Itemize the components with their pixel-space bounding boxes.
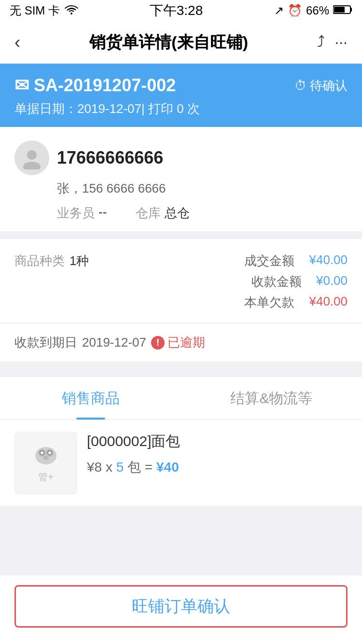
- brand-plus-label: 管+: [38, 471, 54, 484]
- overdue-text: 已逾期: [167, 334, 205, 351]
- tabs-header: 销售商品 结算&物流等: [0, 377, 362, 420]
- customer-section: 17666666666 张，156 6666 6666 业务员 -- 仓库 总仓: [0, 127, 362, 231]
- avatar: [14, 140, 49, 175]
- goods-type-value: 1种: [70, 252, 89, 269]
- warehouse-value: 总仓: [165, 205, 190, 222]
- status-bar-left: 无 SIM 卡: [10, 3, 78, 18]
- overdue-badge: ! 已逾期: [151, 334, 205, 351]
- svg-rect-1: [350, 8, 352, 12]
- owl-icon: [31, 442, 60, 471]
- order-status: ⏱ 待确认: [294, 77, 348, 94]
- battery-icon: [333, 4, 352, 17]
- battery-label: 66%: [306, 4, 329, 17]
- owed-value: ¥40.00: [309, 294, 348, 311]
- product-price: ¥8 x 5 包 = ¥40: [87, 458, 348, 476]
- customer-name: 张，156 6666 6666: [57, 180, 348, 197]
- more-button[interactable]: ···: [334, 33, 348, 51]
- status-bar-right: ↗ ⏰ 66%: [274, 4, 352, 17]
- svg-point-11: [48, 451, 51, 454]
- status-icon: ⏱: [294, 78, 307, 93]
- nav-actions: ⤴ ···: [317, 33, 348, 51]
- warehouse-label: 仓库: [136, 205, 161, 222]
- product-total: ¥40: [156, 460, 179, 475]
- due-date-label: 收款到期日: [14, 334, 77, 351]
- confirm-button-wrap: 旺铺订单确认: [0, 575, 362, 644]
- order-header: ✉ SA-20191207-002 ⏱ 待确认 单据日期：2019-12-07|…: [0, 64, 362, 127]
- transaction-label: 成交金额: [244, 252, 294, 269]
- status-bar: 无 SIM 卡 下午3:28 ↗ ⏰ 66%: [0, 0, 362, 21]
- goods-type-label: 商品种类: [14, 252, 65, 269]
- nav-bar: ‹ 销货单详情(来自旺铺) ⤴ ···: [0, 21, 362, 64]
- order-date: 单据日期：2019-12-07| 打印 0 次: [14, 100, 348, 117]
- summary-section: 商品种类 1种 成交金额 ¥40.00 收款金额 ¥0.00 本单欠款 ¥40.…: [0, 239, 362, 322]
- product-section: 管+ [0000002]面包 ¥8 x 5 包 = ¥40: [0, 420, 362, 506]
- product-info: [0000002]面包 ¥8 x 5 包 = ¥40: [87, 432, 348, 476]
- product-name: [0000002]面包: [87, 432, 348, 451]
- share-button[interactable]: ⤴: [317, 33, 325, 51]
- order-icon: ✉: [14, 75, 29, 96]
- transaction-value: ¥40.00: [309, 252, 348, 269]
- tab-settle[interactable]: 结算&物流等: [181, 377, 362, 420]
- divider-1: [0, 231, 362, 239]
- location-icon: ↗: [274, 4, 284, 17]
- order-id: ✉ SA-20191207-002: [14, 75, 176, 96]
- svg-point-3: [27, 150, 37, 160]
- due-date-value: 2019-12-07: [82, 335, 146, 350]
- back-button[interactable]: ‹: [14, 32, 20, 53]
- overdue-icon: !: [151, 336, 165, 350]
- due-section: 收款到期日 2019-12-07 ! 已逾期: [0, 323, 362, 362]
- carrier-label: 无 SIM 卡: [10, 3, 60, 18]
- svg-point-4: [23, 162, 41, 169]
- tabs-section: 销售商品 结算&物流等: [0, 377, 362, 506]
- svg-rect-2: [334, 7, 345, 13]
- customer-meta: 业务员 -- 仓库 总仓: [57, 205, 348, 222]
- wifi-icon: [65, 4, 78, 17]
- sales-label: 业务员: [57, 205, 95, 222]
- owed-label: 本单欠款: [244, 294, 294, 311]
- received-value: ¥0.00: [316, 273, 348, 290]
- sales-value: --: [98, 205, 107, 222]
- customer-phone: 17666666666: [57, 148, 163, 168]
- product-thumbnail: 管+: [14, 432, 77, 494]
- divider-2: [0, 362, 362, 369]
- alarm-icon: ⏰: [288, 4, 302, 17]
- svg-point-10: [41, 451, 43, 454]
- product-item: 管+ [0000002]面包 ¥8 x 5 包 = ¥40: [14, 432, 348, 494]
- product-quantity: 5: [116, 460, 124, 475]
- page-title: 销货单详情(来自旺铺): [89, 31, 248, 54]
- tab-goods[interactable]: 销售商品: [0, 377, 181, 420]
- received-label: 收款金额: [251, 273, 302, 290]
- status-bar-time: 下午3:28: [150, 1, 203, 20]
- confirm-order-button[interactable]: 旺铺订单确认: [14, 585, 348, 628]
